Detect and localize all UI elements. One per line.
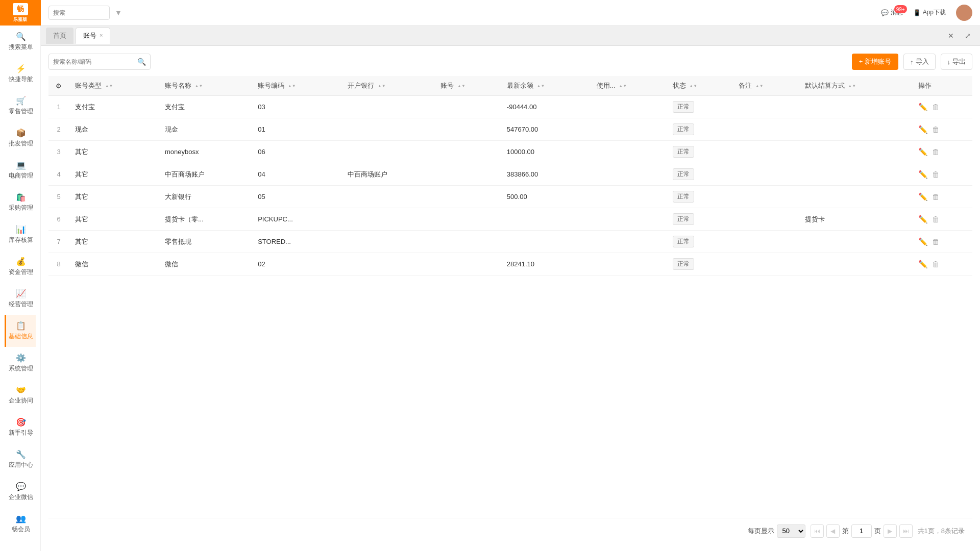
sidebar-item-15[interactable]: 👥畅会员 [5,508,36,540]
th-code[interactable]: 账号编码 ▲▼ [252,76,341,96]
tab-close-1[interactable]: × [100,33,103,38]
topbar-message[interactable]: 💬 消息 99+ [881,8,903,17]
th-status[interactable]: 状态 ▲▼ [667,76,732,96]
sidebar-item-10[interactable]: ⚙️系统管理 [5,347,36,379]
topbar-dropdown-icon[interactable]: ▼ [115,9,122,17]
edit-icon-3[interactable]: ✏️ [918,170,928,179]
cell-usage-6 [591,231,667,253]
cell-code-6: STORED... [252,231,341,253]
add-account-button[interactable]: + 新增账号 [852,54,898,70]
edit-icon-2[interactable]: ✏️ [918,147,928,157]
table-header-row: ⚙ 账号类型 ▲▼ 账号名称 ▲▼ 账号编码 ▲▼ 开户银行 ▲▼ 账号 ▲▼ … [48,76,972,96]
nav-icon-1: ⚡ [16,64,26,73]
cell-balance-7: 28241.10 [501,253,591,276]
cell-remark-0 [732,96,798,118]
sidebar-item-12[interactable]: 🎯新手引导 [5,411,36,443]
edit-icon-5[interactable]: ✏️ [918,215,928,224]
user-avatar[interactable] [956,5,972,21]
cell-balance-0: -90444.00 [501,96,591,118]
sidebar-item-5[interactable]: 🛍️采购管理 [5,186,36,218]
prev-page-btn[interactable]: ◀ [826,524,840,538]
delete-icon-6[interactable]: 🗑 [932,237,940,246]
account-search-input[interactable] [53,58,137,65]
delete-icon-1[interactable]: 🗑 [932,125,940,134]
cell-balance-5 [501,208,591,231]
th-usage[interactable]: 使用... ▲▼ [591,76,667,96]
sidebar-item-8[interactable]: 📈经营管理 [5,283,36,315]
last-page-btn[interactable]: ⏭ [899,524,913,538]
cell-remark-7 [732,253,798,276]
phone-icon: 📱 [913,9,921,16]
cell-remark-6 [732,231,798,253]
nav-label-4: 电商管理 [9,171,33,180]
delete-icon-0[interactable]: 🗑 [932,103,940,111]
sidebar-item-2[interactable]: 🛒零售管理 [5,90,36,122]
delete-icon-3[interactable]: 🗑 [932,170,940,179]
edit-icon-0[interactable]: ✏️ [918,103,928,112]
next-page-btn[interactable]: ▶ [884,524,897,538]
account-table: ⚙ 账号类型 ▲▼ 账号名称 ▲▼ 账号编码 ▲▼ 开户银行 ▲▼ 账号 ▲▼ … [48,76,972,276]
nav-icon-4: 💻 [16,160,26,170]
page-number-input[interactable] [851,524,872,538]
th-name[interactable]: 账号名称 ▲▼ [159,76,252,96]
delete-icon-7[interactable]: 🗑 [932,260,940,268]
nav-label-15: 畅会员 [12,525,30,534]
first-page-btn[interactable]: ⏮ [811,524,824,538]
sidebar-item-9[interactable]: 📋基础信息 [5,315,36,347]
edit-icon-7[interactable]: ✏️ [918,260,928,269]
cell-bank-7 [341,253,434,276]
th-balance[interactable]: 最新余额 ▲▼ [501,76,591,96]
table-row: 1 支付宝 支付宝 03 -90444.00 正常 ✏️ 🗑 [48,96,972,118]
th-account[interactable]: 账号 ▲▼ [434,76,500,96]
sidebar-item-11[interactable]: 🤝企业协同 [5,379,36,411]
per-page-dropdown[interactable]: 50 100 200 [777,524,805,538]
sidebar-item-3[interactable]: 📦批发管理 [5,122,36,154]
message-badge: 99+ [894,5,907,13]
sidebar: 畅 乐嘉版 🔍搜索菜单⚡快捷导航🛒零售管理📦批发管理💻电商管理🛍️采购管理📊库存… [0,0,41,551]
th-default-method[interactable]: 默认结算方式 ▲▼ [799,76,912,96]
cell-bank-0 [341,96,434,118]
sidebar-item-13[interactable]: 🔧应用中心 [5,443,36,475]
nav-label-9: 基础信息 [9,332,33,341]
th-settings[interactable]: ⚙ [48,76,69,96]
export-button[interactable]: ↓ 导出 [941,54,973,70]
cell-bank-6 [341,231,434,253]
import-button[interactable]: ↑ 导入 [903,54,936,70]
sidebar-item-1[interactable]: ⚡快捷导航 [5,58,36,90]
topbar-app-download[interactable]: 📱 App下载 [913,8,946,17]
edit-icon-6[interactable]: ✏️ [918,237,928,246]
edit-icon-4[interactable]: ✏️ [918,192,928,202]
maximize-tab-btn[interactable]: ⤢ [961,29,975,43]
cell-usage-0 [591,96,667,118]
cell-default-method-7 [799,253,912,276]
cell-account-4 [434,186,500,208]
tab-1[interactable]: 账号× [76,28,110,44]
close-tab-btn[interactable]: ✕ [944,29,958,43]
cell-usage-7 [591,253,667,276]
cell-usage-4 [591,186,667,208]
delete-icon-4[interactable]: 🗑 [932,192,940,201]
nav-label-12: 新手引导 [9,429,33,437]
sidebar-item-4[interactable]: 💻电商管理 [5,154,36,186]
account-search-box[interactable]: 🔍 [48,54,151,70]
page-suffix-label: 页 [874,527,881,536]
edit-icon-1[interactable]: ✏️ [918,125,928,134]
nav-label-8: 经营管理 [9,300,33,309]
th-bank[interactable]: 开户银行 ▲▼ [341,76,434,96]
topbar-search-input[interactable] [48,6,110,20]
delete-icon-2[interactable]: 🗑 [932,147,940,156]
status-badge-2: 正常 [673,146,694,158]
cell-name-0: 支付宝 [159,96,252,118]
nav-label-14: 企业微信 [9,493,33,502]
tab-0[interactable]: 首页 [46,28,74,44]
th-type[interactable]: 账号类型 ▲▼ [69,76,159,96]
sidebar-item-14[interactable]: 💬企业微信 [5,475,36,508]
cell-name-5: 提货卡（零... [159,208,252,231]
th-remark[interactable]: 备注 ▲▼ [732,76,798,96]
sidebar-item-0[interactable]: 🔍搜索菜单 [5,26,36,58]
search-icon[interactable]: 🔍 [137,58,146,66]
nav-icon-5: 🛍️ [16,192,26,202]
sidebar-item-6[interactable]: 📊库存核算 [5,218,36,251]
delete-icon-5[interactable]: 🗑 [932,215,940,223]
sidebar-item-7[interactable]: 💰资金管理 [5,251,36,283]
